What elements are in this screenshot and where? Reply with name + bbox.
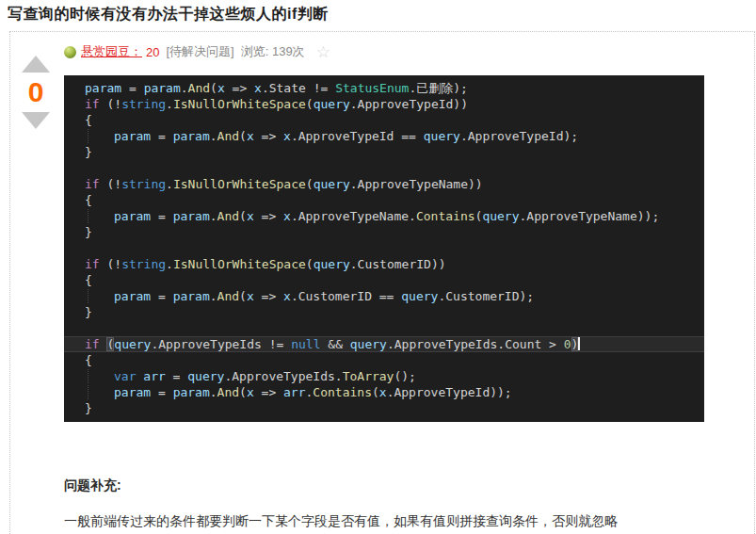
code-line: {: [64, 192, 704, 208]
code-line: param = param.And(x => x.ApproveTypeName…: [64, 208, 704, 224]
code-line: var arr = query.ApproveTypeIds.ToArray()…: [64, 368, 704, 384]
bounty-value: 20: [146, 45, 159, 59]
question-box: 0 悬赏园豆： 20 [待解决问题] 浏览: 139次 ☆ param = pa…: [9, 31, 755, 534]
question-meta: 悬赏园豆： 20 [待解决问题] 浏览: 139次 ☆: [64, 42, 754, 61]
question-content: 悬赏园豆： 20 [待解决问题] 浏览: 139次 ☆ param = para…: [64, 32, 754, 530]
code-line: }: [64, 400, 704, 416]
code-line: {: [64, 112, 704, 128]
bean-icon: [64, 46, 76, 58]
code-line: if (!string.IsNullOrWhiteSpace(query.Cus…: [64, 256, 704, 272]
code-line: param = param.And(x => x.State != Status…: [64, 80, 704, 96]
view-count: 浏览: 139次: [241, 43, 305, 60]
vote-controls: 0: [17, 56, 55, 129]
code-line: [64, 240, 704, 256]
vote-score: 0: [17, 76, 55, 108]
code-line: param = param.And(x => arr.Contains(x.Ap…: [64, 384, 704, 400]
vote-up-icon[interactable]: [22, 56, 50, 73]
code-line: param = param.And(x => x.ApproveTypeId =…: [64, 128, 704, 144]
code-line: if (query.ApproveTypeIds != null && quer…: [64, 336, 704, 352]
status-badge: [待解决问题]: [166, 43, 233, 60]
supplement-title: 问题补充:: [64, 477, 754, 494]
text-cursor: [578, 337, 580, 350]
code-line: if (!string.IsNullOrWhiteSpace(query.App…: [64, 176, 704, 192]
vote-down-icon[interactable]: [22, 112, 50, 129]
favorite-star-icon[interactable]: ☆: [316, 44, 330, 60]
code-line: {: [64, 352, 704, 368]
code-line: }: [64, 224, 704, 240]
code-line: param = param.And(x => x.CustomerID == q…: [64, 288, 704, 304]
code-line: {: [64, 272, 704, 288]
code-line: [64, 160, 704, 176]
code-line: [64, 320, 704, 336]
code-line: }: [64, 144, 704, 160]
code-screenshot: param = param.And(x => x.State != Status…: [64, 75, 704, 422]
code-line: }: [64, 304, 704, 320]
code-line: if (!string.IsNullOrWhiteSpace(query.App…: [64, 96, 704, 112]
page-title: 写查询的时候有没有办法干掉这些烦人的if判断: [8, 5, 329, 24]
bounty-link[interactable]: 悬赏园豆：: [81, 43, 142, 60]
supplement-text: 一般前端传过来的条件都要判断一下某个字段是否有值，如果有值则拼接查询条件，否则就…: [64, 511, 754, 530]
